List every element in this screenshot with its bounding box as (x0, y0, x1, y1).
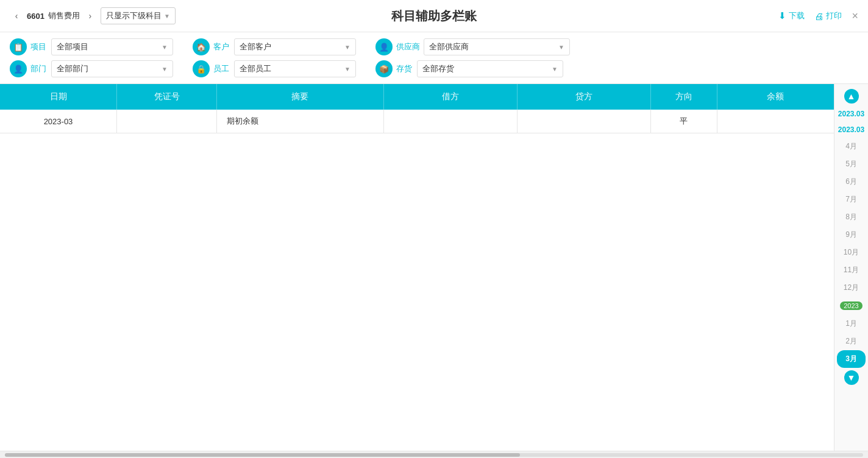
cell-summary: 期初余额 (217, 110, 384, 133)
employee-label: 员工 (213, 63, 230, 74)
timeline-label: 7月 (845, 195, 857, 203)
timeline-item-9[interactable]: 9月 (834, 226, 868, 244)
filter-row-1: 📋 项目 全部项目 ▼ 🏠 客户 全部客户 ▼ 👤 供应商 (10, 38, 858, 55)
table-area: 日期 凭证号 摘要 借方 贷方 方向 余额 2023-03 期初余额 (0, 84, 834, 451)
page-title: 科目辅助多栏账 (391, 8, 477, 24)
download-button[interactable]: ⬇ 下载 (778, 10, 805, 21)
filter-item-project: 📋 项目 全部项目 ▼ (10, 38, 173, 55)
timeline-item-4[interactable]: 4月 (834, 138, 868, 155)
scrollbar-track (5, 453, 863, 457)
next-account-button[interactable]: › (84, 9, 97, 23)
project-icon: 📋 (10, 38, 27, 55)
timeline-item-10[interactable]: 10月 (834, 244, 868, 261)
chevron-down-icon: ▼ (162, 66, 168, 72)
bottom-scrollbar[interactable] (0, 451, 868, 458)
sub-account-filter[interactable]: 只显示下级科目 ▼ (101, 7, 176, 24)
timeline-down-button[interactable]: ▼ (844, 370, 859, 385)
department-icon: 👤 (10, 60, 27, 77)
inventory-label: 存货 (396, 63, 413, 74)
department-select[interactable]: 全部部门 ▼ (51, 60, 173, 77)
download-label: 下载 (789, 10, 805, 21)
timeline-item-8[interactable]: 8月 (834, 208, 868, 226)
chevron-down-icon: ▼ (344, 66, 350, 72)
title-bar: ‹ 6601 销售费用 › 只显示下级科目 ▼ 科目辅助多栏账 ⬇ 下载 🖨 打… (0, 0, 868, 32)
cell-balance (717, 110, 834, 133)
timeline-item-7[interactable]: 7月 (834, 191, 868, 208)
filter-item-customer: 🏠 客户 全部客户 ▼ (193, 38, 356, 55)
timeline-item-2023-03-b[interactable]: 2023.03 (834, 122, 868, 138)
cell-debit (383, 110, 517, 133)
col-credit: 贷方 (517, 84, 650, 110)
year-badge: 2023 (840, 301, 862, 310)
cell-direction: 平 (650, 110, 717, 133)
employee-value: 全部员工 (240, 63, 271, 74)
main-content: 日期 凭证号 摘要 借方 贷方 方向 余额 2023-03 期初余额 (0, 84, 868, 451)
chevron-down-icon: ▼ (162, 44, 168, 51)
prev-account-button[interactable]: ‹ (10, 9, 23, 23)
timeline-item-2023-03-top[interactable]: 2023.03 (834, 106, 868, 122)
timeline-item-5[interactable]: 5月 (834, 155, 868, 173)
cell-date: 2023-03 (0, 110, 117, 133)
timeline-item-1[interactable]: 1月 (834, 315, 868, 333)
customer-select[interactable]: 全部客户 ▼ (234, 38, 356, 55)
timeline-label: 12月 (844, 283, 859, 292)
customer-icon: 🏠 (193, 38, 210, 55)
project-select[interactable]: 全部项目 ▼ (51, 38, 173, 55)
col-date: 日期 (0, 84, 117, 110)
table-row: 2023-03 期初余额 平 (0, 110, 834, 133)
table-header-row: 日期 凭证号 摘要 借方 贷方 方向 余额 (0, 84, 834, 110)
inventory-value: 全部存货 (422, 63, 454, 74)
supplier-value: 全部供应商 (429, 41, 469, 52)
timeline-label: 1月 (845, 319, 857, 328)
close-button[interactable]: × (852, 10, 858, 23)
col-debit: 借方 (383, 84, 517, 110)
col-direction: 方向 (650, 84, 717, 110)
customer-value: 全部客户 (240, 41, 271, 52)
account-code: 6601 (27, 12, 44, 21)
supplier-label: 供应商 (396, 41, 420, 52)
filter-item-supplier: 👤 供应商 全部供应商 ▼ (375, 38, 570, 55)
timeline-label: 3月 (845, 354, 857, 363)
ledger-table: 日期 凭证号 摘要 借方 贷方 方向 余额 2023-03 期初余额 (0, 84, 834, 133)
timeline-label: 2023.03 (838, 110, 864, 118)
filter-area: 📋 项目 全部项目 ▼ 🏠 客户 全部客户 ▼ 👤 供应商 (0, 32, 868, 84)
timeline-item-2[interactable]: 2月 (834, 333, 868, 350)
timeline-label: 10月 (844, 248, 859, 256)
chevron-down-icon: ▼ (164, 13, 170, 19)
supplier-icon: 👤 (375, 38, 393, 55)
chevron-down-icon: ▼ (552, 66, 558, 72)
print-button[interactable]: 🖨 打印 (814, 10, 842, 21)
timeline-item-6[interactable]: 6月 (834, 173, 868, 191)
print-icon: 🖨 (814, 11, 824, 21)
col-summary: 摘要 (217, 84, 384, 110)
timeline-item-12[interactable]: 12月 (834, 279, 868, 297)
timeline-label: 8月 (845, 213, 857, 221)
chevron-down-icon: ▼ (558, 44, 564, 51)
download-icon: ⬇ (778, 10, 786, 21)
project-value: 全部项目 (57, 41, 88, 52)
filter-row-2: 👤 部门 全部部门 ▼ 🔒 员工 全部员工 ▼ 📦 存货 (10, 60, 858, 77)
account-name: 销售费用 (48, 10, 80, 21)
timeline-item-3-active[interactable]: 3月 (837, 350, 866, 368)
print-label: 打印 (826, 10, 842, 21)
supplier-select[interactable]: 全部供应商 ▼ (424, 38, 570, 55)
col-voucher: 凭证号 (117, 84, 217, 110)
timeline-label: 9月 (845, 230, 857, 239)
department-value: 全部部门 (57, 63, 88, 74)
timeline-label: 2月 (845, 337, 857, 345)
employee-icon: 🔒 (193, 60, 210, 77)
filter-item-department: 👤 部门 全部部门 ▼ (10, 60, 173, 77)
timeline-label: 11月 (844, 266, 859, 274)
timeline-up-button[interactable]: ▲ (844, 89, 859, 104)
chevron-down-icon: ▼ (344, 44, 350, 51)
filter-item-inventory: 📦 存货 全部存货 ▼ (375, 60, 563, 77)
sub-account-filter-label: 只显示下级科目 (106, 10, 162, 21)
timeline-label: 5月 (845, 160, 857, 168)
employee-select[interactable]: 全部员工 ▼ (234, 60, 356, 77)
inventory-select[interactable]: 全部存货 ▼ (417, 60, 563, 77)
timeline-label: 4月 (845, 142, 857, 150)
cell-credit (517, 110, 650, 133)
main-window: ‹ 6601 销售费用 › 只显示下级科目 ▼ 科目辅助多栏账 ⬇ 下载 🖨 打… (0, 0, 868, 458)
timeline-item-11[interactable]: 11月 (834, 261, 868, 279)
timeline-year-2023: 2023 (834, 297, 868, 315)
